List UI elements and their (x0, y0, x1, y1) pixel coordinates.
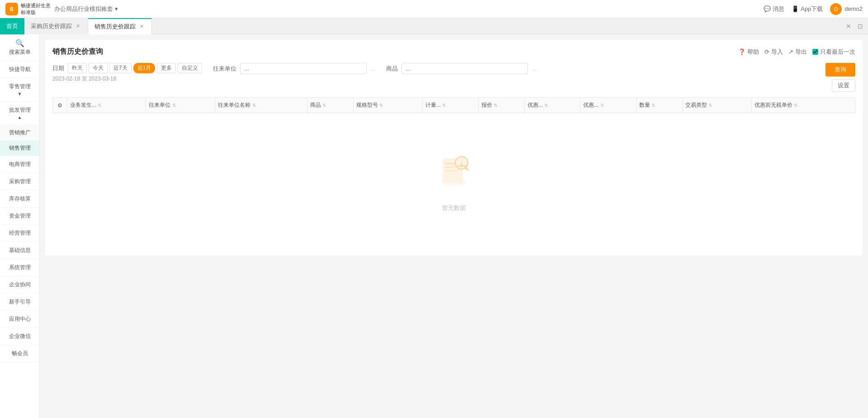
app-download-btn[interactable]: 📱 App下载 (792, 5, 823, 13)
partner-dots-btn[interactable]: ... (370, 65, 375, 72)
only-last-checkbox-label[interactable]: 只看最后一次 (812, 48, 855, 56)
import-btn[interactable]: ⟳ 导入 (764, 48, 783, 56)
svg-line-8 (465, 167, 468, 170)
sort-icon-price: ⇅ (494, 103, 497, 108)
partner-filter-group: 往来单位 ... (213, 63, 375, 74)
col-discount1[interactable]: 优惠... ⇅ (524, 98, 580, 113)
sidebar-item-vip[interactable]: 畅会员 (0, 345, 39, 362)
sort-icon-discount1: ⇅ (544, 103, 548, 108)
setting-btn[interactable]: 设置 (832, 79, 855, 92)
sidebar-item-sales-mgmt[interactable]: 销售管理 (0, 141, 39, 156)
help-icon: ❓ (738, 48, 745, 55)
logo-area: 6 畅捷通好生意 标准版 (5, 2, 51, 15)
table-container: ⚙ 业务发生... ⇅ 往来单位 ⇅ (52, 97, 855, 248)
close-window-btn[interactable]: ✕ (844, 22, 853, 30)
search-icon: 🔍 (2, 39, 38, 48)
page-title: 销售历史价查询 (52, 47, 103, 57)
sidebar-item-inventory[interactable]: 库存核算 (0, 190, 39, 208)
sidebar-search[interactable]: 🔍 搜索菜单 (0, 34, 39, 61)
export-btn[interactable]: ↗ 导出 (788, 48, 807, 56)
empty-icon (434, 149, 474, 199)
sidebar-item-shortcut[interactable]: 快捷导航 (0, 61, 39, 78)
sidebar-item-basic[interactable]: 基础信息 (0, 242, 39, 259)
sidebar-item-system[interactable]: 系统管理 (0, 259, 39, 276)
window-controls: ✕ ⊡ (844, 22, 868, 30)
col-pretax-price[interactable]: 优惠前无税单价 ⇅ (751, 98, 855, 113)
date-btn-7days[interactable]: 近7天 (109, 63, 132, 73)
table-head: ⚙ 业务发生... ⇅ 往来单位 ⇅ (53, 98, 855, 113)
date-btn-custom[interactable]: 自定义 (178, 63, 202, 73)
sidebar-item-purchase[interactable]: 采购管理 (0, 173, 39, 190)
help-btn[interactable]: ❓ 帮助 (738, 48, 759, 56)
tabbar: 首页 采购历史价跟踪 ✕ 销售历史价跟踪 ✕ ✕ ⊡ (0, 18, 868, 34)
date-btn-1month[interactable]: 近1月 (133, 63, 156, 73)
topbar: 6 畅捷通好生意 标准版 办公用品行业模拟账套 ▾ 💬 消息 📱 App下载 D… (0, 0, 868, 18)
col-discount2[interactable]: 优惠... ⇅ (580, 98, 636, 113)
sidebar: 🔍 搜索菜单 快捷导航 零售管理 ▼ 批发管理 ▲ 营销推广 销售管理 电商管理… (0, 34, 40, 418)
date-filter-group: 日期 昨天 今天 近7天 近1月 更多 自定义 2023-02-18 至 202… (52, 63, 202, 83)
table-header-row: ⚙ 业务发生... ⇅ 往来单位 ⇅ (53, 98, 855, 113)
svg-rect-3 (445, 166, 455, 168)
content-area: 销售历史价查询 ❓ 帮助 ⟳ 导入 ↗ 导出 (40, 34, 868, 418)
user-area[interactable]: D demo2 (830, 3, 863, 15)
sort-icon-unit: ⇅ (442, 103, 446, 108)
topbar-title: 办公用品行业模拟账套 ▾ (54, 5, 118, 13)
partner-input[interactable] (240, 63, 367, 74)
sidebar-item-marketing[interactable]: 营销推广 (0, 125, 39, 141)
col-qty[interactable]: 数量 ⇅ (636, 98, 682, 113)
goods-label: 商品 (386, 65, 398, 73)
sidebar-item-enterprise[interactable]: 企业协同 (0, 276, 39, 294)
sort-icon-trade-type: ⇅ (708, 103, 712, 108)
date-btn-more[interactable]: 更多 (157, 63, 176, 73)
sidebar-item-operation[interactable]: 经营管理 (0, 225, 39, 242)
main-card: 销售历史价查询 ❓ 帮助 ⟳ 导入 ↗ 导出 (45, 40, 863, 256)
close-purchase-tab-btn[interactable]: ✕ (75, 23, 81, 29)
main-layout: 🔍 搜索菜单 快捷导航 零售管理 ▼ 批发管理 ▲ 营销推广 销售管理 电商管理… (0, 34, 868, 418)
only-last-checkbox[interactable] (812, 49, 818, 55)
export-icon: ↗ (788, 48, 793, 55)
goods-input[interactable] (401, 63, 528, 74)
col-unit[interactable]: 计量... ⇅ (423, 98, 478, 113)
phone-icon: 📱 (792, 5, 799, 12)
sort-icon-biz-date: ⇅ (98, 103, 101, 108)
action-buttons: 查询 设置 (826, 63, 855, 92)
sidebar-item-corp-wechat[interactable]: 企业微信 (0, 328, 39, 345)
page-header: 销售历史价查询 ❓ 帮助 ⟳ 导入 ↗ 导出 (52, 47, 855, 57)
sidebar-item-finance[interactable]: 资金管理 (0, 208, 39, 225)
col-goods[interactable]: 商品 ⇅ (307, 98, 353, 113)
tab-home[interactable]: 首页 (0, 18, 24, 34)
col-biz-date[interactable]: 业务发生... ⇅ (67, 98, 146, 113)
import-icon: ⟳ (764, 48, 769, 55)
sort-icon-partner-code: ⇅ (172, 103, 176, 108)
sort-icon-qty: ⇅ (651, 103, 655, 108)
col-partner-name[interactable]: 往来单位名称 ⇅ (215, 98, 307, 113)
date-buttons: 昨天 今天 近7天 近1月 更多 自定义 (68, 63, 202, 73)
col-partner-code[interactable]: 往来单位 ⇅ (146, 98, 215, 113)
tab-sales-history[interactable]: 销售历史价跟踪 ✕ (88, 18, 152, 34)
query-btn[interactable]: 查询 (826, 63, 855, 76)
sidebar-item-guide[interactable]: 新手引导 (0, 294, 39, 311)
sort-icon-partner-name: ⇅ (252, 103, 256, 108)
goods-filter-group: 商品 ... (386, 63, 537, 74)
col-price[interactable]: 报价 ⇅ (478, 98, 524, 113)
sidebar-item-retail[interactable]: 零售管理 ▼ (0, 78, 39, 102)
logo-text: 畅捷通好生意 标准版 (21, 2, 51, 15)
date-label: 日期 (52, 64, 64, 72)
sort-icon-goods: ⇅ (322, 103, 326, 108)
date-btn-yesterday[interactable]: 昨天 (68, 63, 87, 73)
settings-icon[interactable]: ⚙ (57, 102, 62, 109)
sidebar-item-ecommerce[interactable]: 电商管理 (0, 156, 39, 173)
col-spec[interactable]: 规格型号 ⇅ (354, 98, 423, 113)
col-trade-type[interactable]: 交易类型 ⇅ (682, 98, 751, 113)
dropdown-icon[interactable]: ▾ (115, 5, 118, 12)
avatar: D (830, 3, 842, 15)
maximize-window-btn[interactable]: ⊡ (856, 22, 864, 30)
tab-purchase-history[interactable]: 采购历史价跟踪 ✕ (24, 18, 88, 34)
sidebar-item-app-center[interactable]: 应用中心 (0, 311, 39, 328)
date-btn-today[interactable]: 今天 (89, 63, 108, 73)
topbar-left: 6 畅捷通好生意 标准版 办公用品行业模拟账套 ▾ (5, 2, 118, 15)
goods-dots-btn[interactable]: ... (532, 65, 537, 72)
close-sales-tab-btn[interactable]: ✕ (138, 23, 145, 30)
sidebar-item-wholesale[interactable]: 批发管理 ▲ (0, 102, 39, 125)
message-btn[interactable]: 💬 消息 (764, 5, 784, 13)
